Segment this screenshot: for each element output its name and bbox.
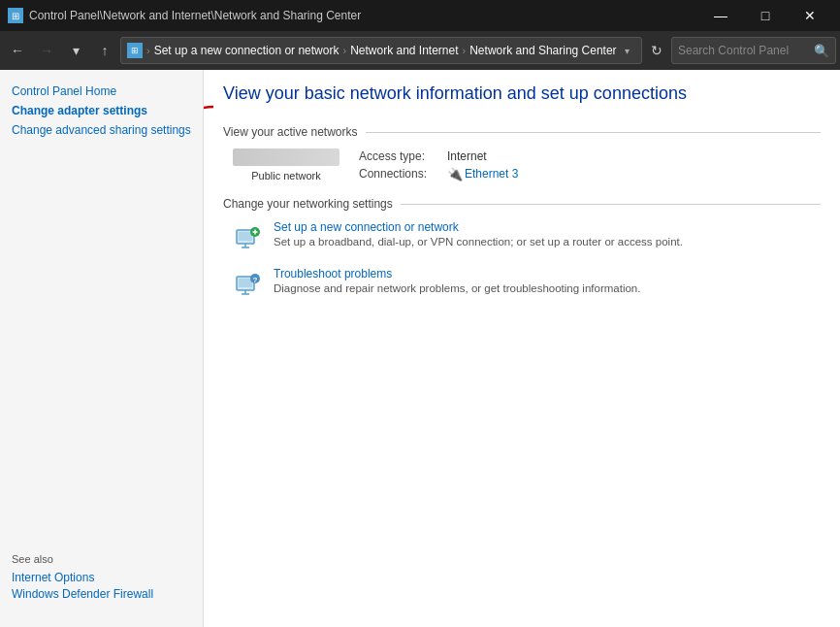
app-icon: ⊞ <box>8 8 23 23</box>
access-type-row: Access type: Internet <box>359 149 518 163</box>
svg-text:?: ? <box>253 276 258 284</box>
change-settings-header: Change your networking settings <box>223 197 821 211</box>
network-visual: Public network <box>233 148 339 182</box>
troubleshoot-icon: ? <box>233 267 264 298</box>
page-title: View your basic network information and … <box>223 83 821 110</box>
section-divider-2 <box>401 204 821 205</box>
access-type-value: Internet <box>447 149 487 163</box>
path-network-internet[interactable]: Network and Internet <box>350 44 458 57</box>
refresh-button[interactable]: ↻ <box>644 38 669 63</box>
content-area: View your basic network information and … <box>204 70 840 327</box>
network-card: Public network Access type: Internet Con… <box>223 148 821 182</box>
setup-connection-icon <box>233 220 264 251</box>
close-button[interactable]: ✕ <box>788 0 832 31</box>
path-dropdown-button[interactable]: ▾ <box>625 46 630 56</box>
ethernet-link-text: Ethernet 3 <box>465 167 518 181</box>
search-box: 🔍 <box>671 37 836 64</box>
path-control-panel[interactable]: Set up a new connection or network <box>154 44 339 57</box>
forward-button[interactable]: → <box>33 37 60 64</box>
path-sep-3: › <box>463 45 467 56</box>
troubleshoot-link[interactable]: Troubleshoot problems <box>274 267 392 280</box>
ethernet-icon: 🔌 <box>447 167 461 181</box>
section-divider-1 <box>366 132 821 133</box>
address-bar: ← → ▾ ↑ ⊞ › Set up a new connection or n… <box>0 31 840 70</box>
address-path[interactable]: ⊞ › Set up a new connection or network ›… <box>120 37 642 64</box>
minimize-button[interactable]: — <box>698 0 743 31</box>
sidebar: Control Panel Home Change adapter settin… <box>0 70 204 627</box>
see-also-label: See also <box>12 553 191 565</box>
search-icon[interactable]: 🔍 <box>814 44 829 58</box>
setup-connection-item: Set up a new connection or network Set u… <box>223 220 821 251</box>
svg-rect-2 <box>239 232 252 241</box>
setup-connection-svg <box>235 222 262 249</box>
network-bar-graphic <box>233 148 339 166</box>
access-type-key: Access type: <box>359 149 441 163</box>
troubleshoot-text: Troubleshoot problems Diagnose and repai… <box>274 267 640 294</box>
sidebar-home[interactable]: Control Panel Home <box>0 82 203 101</box>
sidebar-bottom: See also Internet Options Windows Defend… <box>0 542 203 615</box>
setup-connection-link[interactable]: Set up a new connection or network <box>274 220 459 234</box>
troubleshoot-svg: ? <box>235 269 262 296</box>
network-type-label: Public network <box>251 170 321 182</box>
path-network-sharing[interactable]: Network and Sharing Center <box>469 44 616 57</box>
connections-key: Connections: <box>359 167 441 181</box>
maximize-button[interactable]: □ <box>743 0 788 31</box>
back-button[interactable]: ← <box>4 37 31 64</box>
setup-connection-text: Set up a new connection or network Set u… <box>274 220 683 248</box>
network-info: Access type: Internet Connections: 🔌 Eth… <box>359 149 518 181</box>
active-networks-label: View your active networks <box>223 125 358 139</box>
settings-section: Set up a new connection or network Set u… <box>223 220 821 298</box>
title-bar: ⊞ Control Panel\Network and Internet\Net… <box>0 0 840 31</box>
sidebar-change-adapter[interactable]: Change adapter settings <box>0 101 203 120</box>
sidebar-top: Control Panel Home Change adapter settin… <box>0 82 203 140</box>
sidebar-change-advanced[interactable]: Change advanced sharing settings <box>0 120 203 140</box>
active-networks-header: View your active networks <box>223 125 821 139</box>
svg-rect-9 <box>239 279 252 287</box>
title-text: Control Panel\Network and Internet\Netwo… <box>29 9 698 22</box>
main-container: Control Panel Home Change adapter settin… <box>0 70 840 627</box>
recent-locations-button[interactable]: ▾ <box>62 37 89 64</box>
path-icon: ⊞ <box>127 43 143 58</box>
path-sep-2: › <box>342 45 346 56</box>
sidebar-internet-options[interactable]: Internet Options <box>12 571 191 584</box>
search-input[interactable] <box>678 44 810 57</box>
change-settings-label: Change your networking settings <box>223 197 393 211</box>
ethernet-link[interactable]: 🔌 Ethernet 3 <box>447 167 518 181</box>
troubleshoot-item: ? Troubleshoot problems Diagnose and rep… <box>223 267 821 298</box>
sidebar-firewall[interactable]: Windows Defender Firewall <box>12 587 191 601</box>
up-button[interactable]: ↑ <box>91 37 118 64</box>
connections-row: Connections: 🔌 Ethernet 3 <box>359 167 518 181</box>
troubleshoot-desc: Diagnose and repair network problems, or… <box>274 282 640 294</box>
path-sep-1: › <box>146 45 150 56</box>
setup-connection-desc: Set up a broadband, dial-up, or VPN conn… <box>274 236 683 248</box>
window-controls: — □ ✕ <box>698 0 832 31</box>
